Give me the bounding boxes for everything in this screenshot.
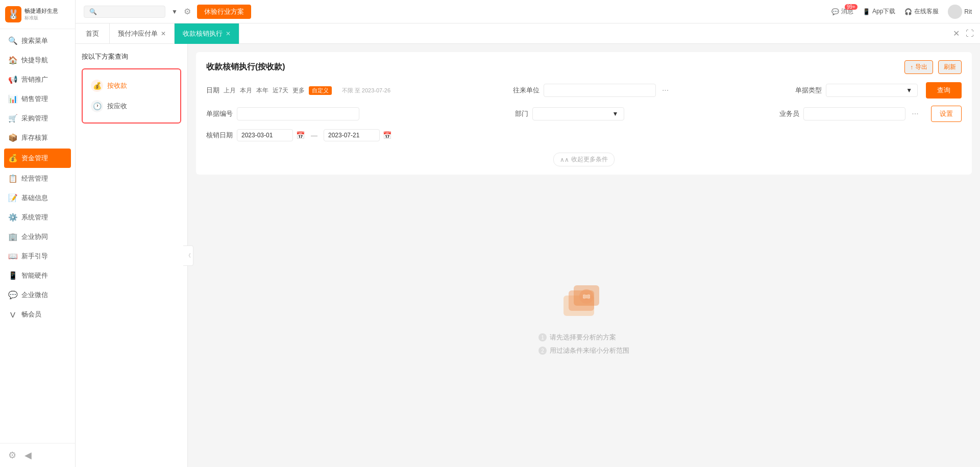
partner-ellipsis-btn[interactable]: ···: [658, 86, 673, 95]
smart-hw-icon: 📱: [8, 271, 17, 280]
main-content: 🔍 ▼ ⚙ 休验行业方案 💬 消息 99+ 📱 App下载 🎧 在线客服: [76, 0, 980, 467]
sidebar-item-guide[interactable]: 📖 新手引导: [0, 247, 75, 266]
dropdown-arrow-icon: ▼: [172, 8, 178, 15]
topbar-dropdown[interactable]: ▼: [172, 8, 178, 15]
filter-option-by-receivable[interactable]: 🕐 按应收: [88, 96, 175, 116]
sidebar-label-inventory: 库存核算: [21, 133, 48, 142]
finance-icon: 💰: [8, 154, 17, 163]
tip-text-1: 请先选择要分析的方案: [550, 333, 616, 342]
writeoff-date-start-wrap: 📅: [237, 129, 305, 141]
date-separator: —: [311, 132, 317, 139]
writeoff-date-end-input[interactable]: [324, 129, 380, 141]
doc-no-input[interactable]: [237, 107, 359, 120]
app-name: 畅捷通好生意: [24, 7, 58, 14]
tab-home[interactable]: 首页: [76, 23, 110, 44]
settings-btn[interactable]: 设置: [931, 106, 962, 122]
partner-input[interactable]: [544, 84, 656, 97]
salesperson-input[interactable]: [803, 107, 905, 120]
guide-icon: 📖: [8, 252, 17, 261]
sidebar-item-vip[interactable]: V 畅会员: [0, 305, 75, 324]
export-btn[interactable]: ↑ 导出: [904, 60, 933, 74]
tab-prepay[interactable]: 预付冲应付单 ✕: [110, 23, 175, 44]
industry-solution-btn[interactable]: 休验行业方案: [197, 5, 251, 19]
tab-close-all-btn[interactable]: ✕: [953, 29, 960, 38]
tab-prepay-close-btn[interactable]: ✕: [161, 30, 166, 37]
empty-illustration: [558, 280, 609, 333]
sidebar-item-smart-hw[interactable]: 📱 智能硬件: [0, 266, 75, 285]
writeoff-date-group: 核销日期 📅 — 📅: [206, 129, 391, 141]
writeoff-date-end-wrap: 📅: [324, 129, 391, 141]
sidebar-label-marketing: 营销推广: [21, 75, 48, 84]
date-group: 日期 上月 本月 本年 近7天 更多 自定义: [206, 86, 332, 95]
collapse-more-btn[interactable]: ∧∧ 收起更多条件: [553, 153, 615, 166]
sidebar-item-marketing[interactable]: 📢 营销推广: [0, 70, 75, 89]
sidebar-item-enterprise[interactable]: 🏢 企业协同: [0, 227, 75, 247]
sidebar-item-wechat[interactable]: 💬 企业微信: [0, 285, 75, 305]
salesperson-ellipsis-btn[interactable]: ···: [908, 109, 923, 118]
sidebar-item-basic-info[interactable]: 📝 基础信息: [0, 188, 75, 208]
sidebar-label-guide: 新手引导: [21, 252, 48, 261]
filter-options-border: 💰 按收款 🕐 按应收: [82, 68, 181, 124]
tip-num-1: 1: [538, 333, 547, 341]
date-last-month[interactable]: 上月: [224, 86, 236, 95]
by-receipt-label: 按收款: [107, 81, 127, 90]
system-icon: ⚙️: [8, 213, 17, 222]
tab-expand-btn[interactable]: ⛶: [966, 29, 974, 38]
writeoff-date-end-calendar-icon[interactable]: 📅: [383, 131, 391, 139]
sidebar-label-purchase: 采购管理: [21, 114, 48, 123]
tab-prepay-label: 预付冲应付单: [118, 29, 158, 38]
date-custom[interactable]: 自定义: [309, 86, 332, 95]
sidebar-item-inventory[interactable]: 📦 库存核算: [0, 128, 75, 148]
collapse-filter-btn[interactable]: 《: [183, 245, 193, 266]
empty-state: 1 请先选择要分析的方案 2 用过滤条件来缩小分析范围: [196, 181, 972, 459]
sidebar-label-operation: 经营管理: [21, 174, 48, 183]
app-download-btn[interactable]: 📱 App下载: [863, 7, 895, 16]
mobile-icon: 📱: [863, 8, 870, 15]
user-info[interactable]: Rit: [948, 5, 972, 19]
refresh-btn[interactable]: 刷新: [938, 60, 962, 74]
dept-select[interactable]: ▼: [532, 107, 624, 120]
gear-icon[interactable]: ⚙: [184, 7, 191, 16]
date-7days[interactable]: 近7天: [273, 86, 288, 95]
writeoff-date-start-calendar-icon[interactable]: 📅: [296, 131, 305, 139]
sidebar-nav: 🔍 搜索菜单 🏠 快捷导航 📢 营销推广 📊 销售管理 🛒 采购管理 📦 库存核…: [0, 29, 75, 443]
sidebar-bottom: ⚙ ◀: [0, 443, 75, 467]
sidebar-item-sales[interactable]: 📊 销售管理: [0, 89, 75, 109]
doc-type-select[interactable]: ▼: [826, 84, 918, 97]
date-this-month[interactable]: 本月: [240, 86, 252, 95]
topbar: 🔍 ▼ ⚙ 休验行业方案 💬 消息 99+ 📱 App下载 🎧 在线客服: [76, 0, 980, 23]
sidebar-item-purchase[interactable]: 🛒 采购管理: [0, 109, 75, 128]
sidebar-item-operation[interactable]: 📋 经营管理: [0, 169, 75, 188]
empty-tip-2: 2 用过滤条件来缩小分析范围: [538, 346, 629, 355]
salesperson-label: 业务员: [779, 109, 799, 118]
settings-bottom-btn[interactable]: ⚙: [8, 450, 16, 461]
sidebar-item-search-menu[interactable]: 🔍 搜索菜单: [0, 31, 75, 51]
sales-icon: 📊: [8, 94, 17, 104]
sidebar-item-system[interactable]: ⚙️ 系统管理: [0, 208, 75, 227]
sidebar-label-vip: 畅会员: [21, 310, 41, 319]
collapse-more-row: ∧∧ 收起更多条件: [206, 149, 962, 166]
inventory-icon: 📦: [8, 133, 17, 142]
topbar-search[interactable]: 🔍: [84, 6, 165, 18]
date-this-year[interactable]: 本年: [256, 86, 268, 95]
doc-type-label: 单据类型: [795, 86, 822, 95]
filter-option-by-receipt[interactable]: 💰 按收款: [88, 76, 175, 96]
purchase-icon: 🛒: [8, 114, 17, 123]
tab-receipt-writeoff-close-btn[interactable]: ✕: [226, 30, 231, 37]
online-service-btn[interactable]: 🎧 在线客服: [904, 7, 939, 16]
operation-icon: 📋: [8, 174, 17, 183]
sidebar-item-quick-nav[interactable]: 🏠 快捷导航: [0, 51, 75, 70]
collapse-up-icon: ∧∧: [560, 156, 569, 163]
message-btn[interactable]: 💬 消息 99+: [831, 7, 853, 16]
query-btn[interactable]: 查询: [926, 82, 962, 99]
sidebar-item-finance[interactable]: 💰 资金管理: [4, 149, 71, 168]
headset-icon: 🎧: [904, 8, 912, 15]
tab-receipt-writeoff[interactable]: 收款核销执行 ✕: [175, 23, 239, 44]
empty-tip-1: 1 请先选择要分析的方案: [538, 333, 629, 342]
date-more[interactable]: 更多: [292, 86, 305, 95]
sidebar-label-sales: 销售管理: [21, 94, 48, 104]
collapse-sidebar-btn[interactable]: ◀: [24, 450, 32, 461]
enterprise-icon: 🏢: [8, 232, 17, 241]
writeoff-date-start-input[interactable]: [237, 129, 293, 141]
salesperson-group: 业务员 ···: [779, 107, 923, 120]
